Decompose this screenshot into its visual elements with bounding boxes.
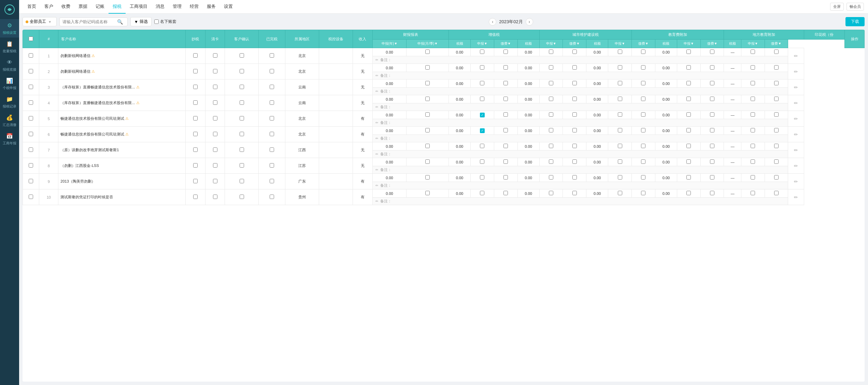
qingka-cb[interactable] [213,147,217,152]
qingka-cb[interactable] [213,100,217,105]
qingka-cb[interactable] [213,69,217,73]
df-jiaofei-cb[interactable] [710,49,714,54]
chaoshui-cb[interactable] [193,100,198,105]
zz-shenbao-cb[interactable] [480,191,484,195]
queren-cb[interactable] [240,132,244,136]
yh-jiaofei-cb[interactable] [774,49,779,54]
jy-shenbao-cb[interactable] [618,191,622,195]
chaoshui-cb[interactable] [193,116,198,120]
yiwanshu-cb[interactable] [270,163,274,168]
jy-shenbao-cb[interactable] [618,159,622,164]
search-icon[interactable]: 🔍 [117,19,123,25]
yh-shenbao-cb[interactable] [751,191,755,195]
shenbao-nian-cb[interactable] [425,191,430,195]
jy-jiaofei-cb[interactable] [641,112,645,117]
yh-shenbao-cb[interactable] [751,49,755,54]
df-jiaofei-cb[interactable] [710,191,714,195]
chaoshui-cb[interactable] [193,69,198,73]
yh-shenbao-cb[interactable] [751,128,755,132]
queren-cb[interactable] [240,100,244,105]
yiwanshu-cb[interactable] [270,132,274,136]
row-checkbox[interactable] [29,147,33,152]
yiwanshu-cb[interactable] [270,100,274,105]
jy-shenbao-cb[interactable] [618,175,622,180]
cw-shenbao-cb[interactable] [549,112,553,117]
yh-shenbao-cb[interactable] [751,175,755,180]
yh-jiaofei-cb[interactable] [774,65,779,70]
jy-jiaofei-cb[interactable] [641,175,645,180]
row-checkbox[interactable] [29,195,33,199]
row-checkbox[interactable] [29,53,33,58]
edit-icon[interactable]: ✏ [794,147,798,153]
df-shenbao-cb[interactable] [686,175,691,180]
cw-shenbao-cb[interactable] [549,175,553,180]
sidebar-item-piliang-baoshui[interactable]: 📋 批量报税 [0,38,19,56]
zz-shenbao-cb[interactable] [480,175,484,180]
zz-jiaofei-cb[interactable] [503,159,508,164]
row-checkbox[interactable] [29,179,33,183]
th-yh-shenbao[interactable]: 申报▼ [741,40,765,48]
yiwanshu-cb[interactable] [270,147,274,152]
queren-cb[interactable] [240,116,244,120]
edit-icon[interactable]: ✏ [794,69,798,74]
sidebar-item-baoshui-lanjie[interactable]: 👁 报税览接 [0,56,19,74]
qingka-cb[interactable] [213,53,217,58]
row-checkbox[interactable] [29,69,33,73]
shenbao-nian-cb[interactable] [425,128,430,132]
nav-xiaoxi[interactable]: 消息 [152,0,169,14]
shenbao-nian-cb[interactable] [425,159,430,164]
cw-jiaofei-cb[interactable] [572,49,577,54]
zz-shenbao-cb[interactable] [480,159,484,164]
jy-jiaofei-cb[interactable] [641,159,645,164]
queren-cb[interactable] [240,69,244,73]
cw-jiaofei-cb[interactable] [572,128,577,132]
th-shenbao-yue[interactable]: 申报(月/季)▼ [407,40,449,48]
jy-jiaofei-cb[interactable] [641,191,645,195]
sidebar-item-baoshui-jilu[interactable]: 📁 报税记录 [0,93,19,111]
queren-cb[interactable] [240,179,244,183]
yh-shenbao-cb[interactable] [751,112,755,117]
queren-cb[interactable] [240,163,244,168]
edit-icon[interactable]: ✏ [794,53,798,59]
row-checkbox[interactable] [29,116,33,120]
zz-jiaofei-cb[interactable] [503,144,508,148]
cw-shenbao-cb[interactable] [549,81,553,85]
df-jiaofei-cb[interactable] [710,128,714,132]
th-cw-jiaofei[interactable]: 缴费▼ [563,40,586,48]
th-df-jiaofei[interactable]: 缴费▼ [700,40,724,48]
yiwanshu-cb[interactable] [270,116,274,120]
yh-jiaofei-cb[interactable] [774,175,779,180]
chaoshui-cb[interactable] [193,53,198,58]
chaoshui-cb[interactable] [193,179,198,183]
df-shenbao-cb[interactable] [686,144,691,148]
cw-shenbao-cb[interactable] [549,49,553,54]
employee-select[interactable]: 全部员工 ▾ [23,17,57,26]
row-checkbox[interactable] [29,163,33,168]
df-jiaofei-cb[interactable] [710,175,714,180]
nav-jingying[interactable]: 经营 [186,0,203,14]
jy-shenbao-cb[interactable] [618,49,622,54]
sidebar-item-geshui-shenbao[interactable]: 📊 个税申报 [0,74,19,93]
jy-jiaofei-cb[interactable] [641,97,645,101]
cw-jiaofei-cb[interactable] [572,65,577,70]
queren-cb[interactable] [240,85,244,89]
zz-jiaofei-cb[interactable] [503,65,508,70]
th-jy-shenbao[interactable]: 申报▼ [608,40,632,48]
jy-jiaofei-cb[interactable] [641,81,645,85]
df-jiaofei-cb[interactable] [710,112,714,117]
qingka-cb[interactable] [213,179,217,183]
qingka-cb[interactable] [213,163,217,168]
edit-icon[interactable]: ✏ [794,163,798,169]
cw-shenbao-cb[interactable] [549,97,553,101]
row-checkbox[interactable] [29,132,33,136]
df-shenbao-cb[interactable] [686,128,691,132]
yh-jiaofei-cb[interactable] [774,191,779,195]
nav-customer[interactable]: 客户 [40,0,57,14]
jy-jiaofei-cb[interactable] [641,65,645,70]
chaoshui-cb[interactable] [193,132,198,136]
qingka-cb[interactable] [213,195,217,199]
jy-shenbao-cb[interactable] [618,128,622,132]
cw-shenbao-cb[interactable] [549,65,553,70]
zz-jiaofei-cb[interactable] [503,175,508,180]
cw-jiaofei-cb[interactable] [572,81,577,85]
